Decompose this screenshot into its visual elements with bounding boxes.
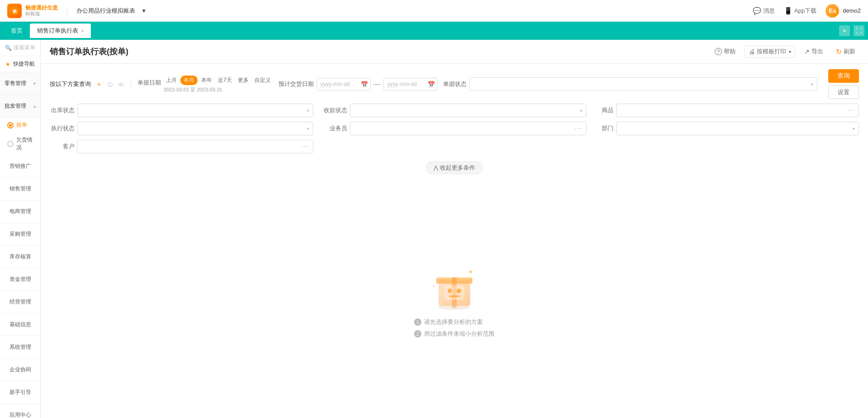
goods-input[interactable]: ··· (616, 104, 859, 117)
date-tab-this-year[interactable]: 本年 (199, 76, 214, 85)
sidebar-purchase[interactable]: 采购管理 (0, 223, 40, 246)
delivery-date-from-input[interactable] (316, 78, 371, 90)
sidebar-inventory[interactable]: 库存核算 (0, 246, 40, 268)
sidebar-quick-nav[interactable]: ★ 快捷导航 (0, 56, 40, 72)
date-range-text: 2023-03-01 至 2023-03-31 (164, 86, 273, 93)
message-action[interactable]: 💬 消息 (753, 7, 775, 15)
sidebar-system[interactable]: 系统管理 (0, 336, 40, 359)
exec-status-caret: ▾ (307, 126, 309, 131)
tab-home[interactable]: 首页 (4, 24, 30, 38)
customer-input[interactable]: ··· (77, 140, 313, 153)
date-tab-last-month[interactable]: 上月 (164, 76, 179, 85)
app-download-action[interactable]: 📱 App下载 (784, 7, 816, 15)
collapse-scheme-icon[interactable]: ≪ (118, 81, 124, 88)
presale-icon (7, 122, 14, 128)
tab-active-label: 销售订单执行表 (37, 27, 78, 35)
date-tabs: 上月 本月 本年 近7天 更多 自定义 (164, 76, 273, 85)
sidebar-operation[interactable]: 经营管理 (0, 291, 40, 314)
message-label: 消息 (763, 7, 775, 15)
department-select[interactable]: ▾ (616, 122, 859, 135)
app-download-label: App下载 (794, 7, 816, 15)
edit-scheme-icon[interactable]: ⊙ (107, 80, 113, 89)
doc-status-caret: ▾ (811, 82, 813, 87)
date-tabs-group: 上月 本月 本年 近7天 更多 自定义 2023-03-01 至 2023-03… (164, 76, 273, 93)
filter-header-row: 按以下方案查询 ＋ ⊙ ≪ 单据日期 上月 本月 本年 (48, 69, 861, 99)
salesperson-input[interactable]: ··· (350, 122, 586, 135)
svg-text:✦: ✦ (432, 284, 435, 289)
top-header: 畅 畅捷通好生意 标账版 办公用品行业模拟账表 ▾ 💬 消息 📱 App下载 E… (0, 0, 868, 22)
app-title: 办公用品行业模拟账表 (76, 7, 135, 15)
quick-nav-label: 快捷导航 (13, 60, 35, 68)
sidebar-ecommerce[interactable]: 电商管理 (0, 200, 40, 223)
print-action[interactable]: 🖨 按模板打印 ▾ (745, 45, 795, 58)
print-label: 按模板打印 (757, 48, 786, 56)
delivery-date-to[interactable]: 📅 (383, 78, 438, 90)
sidebar-sub-debt[interactable]: 欠货情况 (0, 133, 40, 155)
date-tab-more[interactable]: 更多 (236, 76, 251, 85)
sidebar-basic[interactable]: 基础信息 (0, 314, 40, 336)
tab-close-icon[interactable]: × (81, 28, 84, 33)
sidebar-marketing[interactable]: 营销推广 (0, 155, 40, 178)
filter-row1: 单据日期 上月 本月 本年 近7天 更多 自定义 2023-03-01 至 20… (137, 69, 859, 99)
page-dropdown-arrow[interactable]: ▾ (142, 7, 146, 14)
sidebar-sub-presale[interactable]: 按单 (0, 118, 40, 133)
tab-home-label: 首页 (11, 27, 23, 35)
customer-dots: ··· (302, 142, 309, 151)
newbie-label: 新手引导 (9, 389, 31, 396)
sidebar-appstore[interactable]: 应用中心 (0, 404, 40, 418)
out-status-caret: ▾ (307, 108, 309, 113)
doc-status-select[interactable]: ▾ (469, 77, 817, 91)
delivery-date-from[interactable]: 📅 (316, 78, 371, 90)
refresh-action[interactable]: ↻ 刷新 (832, 46, 859, 58)
collapse-row: ⋀ 收起更多条件 (48, 158, 861, 178)
salesperson-group: 业务员 ··· (322, 122, 586, 135)
tab-expand-btn[interactable]: ⛶ (854, 25, 864, 36)
sidebar-wholesale[interactable]: 批发管理 ▴ (0, 95, 40, 118)
salesperson-dots: ··· (575, 124, 582, 133)
date-tab-this-month[interactable]: 本月 (180, 76, 198, 85)
empty-tip-1: 1 请先选择要分析的方案 (414, 318, 495, 326)
marketing-label: 营销推广 (9, 162, 31, 170)
collapse-icon: ⋀ (434, 165, 438, 171)
out-status-select[interactable]: ▾ (77, 104, 313, 117)
header-right: 💬 消息 📱 App下载 Ea demo2 (753, 4, 861, 18)
svg-point-10 (457, 289, 461, 293)
filter-row3: 执行状态 ▾ 业务员 ··· 部门 ▾ (48, 122, 861, 135)
goods-label: 商品 (595, 106, 613, 114)
refresh-label: 刷新 (844, 48, 855, 56)
delivery-date-to-input[interactable] (383, 78, 438, 90)
goods-group: 商品 ··· (595, 104, 859, 117)
appstore-label: 应用中心 (9, 411, 31, 418)
action-buttons: 查询 设置 (828, 69, 859, 99)
query-button[interactable]: 查询 (828, 69, 859, 83)
tab-close-btn[interactable]: × (839, 25, 850, 36)
date-tab-custom[interactable]: 自定义 (252, 76, 273, 85)
receipt-status-select[interactable]: ▾ (350, 104, 586, 117)
user-area[interactable]: Ea demo2 (826, 4, 861, 18)
collapse-button[interactable]: ⋀ 收起更多条件 (426, 162, 483, 174)
salesperson-label: 业务员 (322, 124, 347, 133)
sidebar-finance[interactable]: 资金管理 (0, 268, 40, 291)
operation-label: 经营管理 (9, 298, 31, 306)
exec-status-group: 执行状态 ▾ (50, 122, 313, 135)
svg-text:✦: ✦ (468, 268, 473, 276)
tip1-num: 1 (414, 318, 421, 326)
svg-rect-8 (444, 285, 464, 300)
sidebar-sales[interactable]: 销售管理 (0, 178, 40, 200)
sidebar-newbie[interactable]: 新手引导 (0, 381, 40, 404)
department-group: 部门 ▾ (595, 122, 859, 135)
goods-dots: ··· (848, 106, 855, 114)
date-tab-7days[interactable]: 近7天 (216, 76, 234, 85)
sidebar-enterprise[interactable]: 企业协同 (0, 359, 40, 381)
export-icon: ↗ (804, 48, 810, 55)
add-scheme-icon[interactable]: ＋ (95, 80, 103, 89)
export-action[interactable]: ↗ 导出 (801, 46, 827, 57)
sidebar-retail[interactable]: 零售管理 ▾ (0, 72, 40, 95)
tab-sales-order[interactable]: 销售订单执行表 × (30, 24, 91, 38)
sidebar-search[interactable]: 🔍 搜索菜单 (0, 40, 40, 56)
page-title: 销售订单执行表(按单) (50, 46, 128, 57)
exec-status-select[interactable]: ▾ (77, 122, 313, 135)
user-avatar: Ea (826, 4, 839, 18)
help-action[interactable]: ? 帮助 (711, 46, 739, 57)
settings-button[interactable]: 设置 (828, 86, 859, 99)
